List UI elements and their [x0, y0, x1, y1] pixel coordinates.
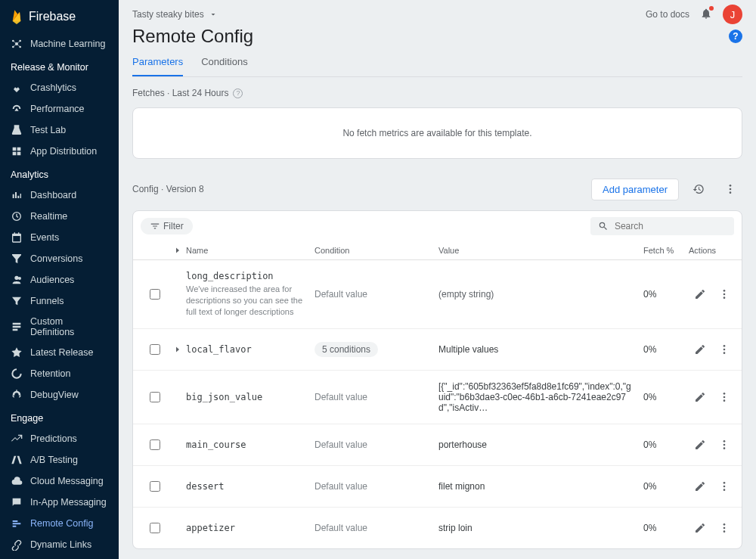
- row-more-button[interactable]: [714, 284, 734, 304]
- sidebar-item-realtime[interactable]: Realtime: [0, 206, 119, 227]
- sidebar-item-latest-release[interactable]: Latest Release: [0, 342, 119, 363]
- chevron-right-icon: [173, 345, 182, 354]
- app-distribution-icon: [11, 145, 23, 157]
- sidebar-item-test-lab[interactable]: Test Lab: [0, 120, 119, 141]
- svg-point-26: [723, 523, 726, 526]
- search-icon: [598, 220, 609, 232]
- edit-button[interactable]: [690, 435, 710, 455]
- topbar: Tasty steaky bites Go to docs J: [119, 0, 756, 23]
- sidebar-item-cloud-messaging[interactable]: Cloud Messaging: [0, 470, 119, 492]
- notifications-button[interactable]: [700, 8, 712, 22]
- table-row[interactable]: big_json_valueDefault value[{"_id":"605b…: [133, 371, 742, 424]
- brand-label: Firebase: [29, 10, 76, 23]
- row-more-button[interactable]: [714, 477, 734, 496]
- test-lab-icon: [11, 124, 23, 136]
- sidebar-item-label: Predictions: [30, 433, 77, 444]
- svg-point-12: [723, 293, 726, 295]
- sidebar-item-admob[interactable]: AdMob: [0, 555, 119, 559]
- sidebar-item-dashboard[interactable]: Dashboard: [0, 185, 119, 206]
- row-checkbox[interactable]: [150, 523, 160, 533]
- table-row[interactable]: appetizerDefault valuestrip loin0%: [133, 508, 742, 548]
- info-icon[interactable]: ?: [233, 89, 243, 98]
- search-input[interactable]: [615, 221, 727, 231]
- table-row[interactable]: long_descriptionWe've increased the area…: [133, 260, 742, 329]
- sidebar-item-audiences[interactable]: Audiences: [0, 269, 119, 290]
- row-checkbox[interactable]: [150, 289, 160, 300]
- tab-conditions[interactable]: Conditions: [201, 56, 247, 76]
- sidebar-item-app-distribution[interactable]: App Distribution: [0, 141, 119, 162]
- edit-button[interactable]: [690, 387, 710, 407]
- svg-point-8: [730, 185, 732, 187]
- row-more-button[interactable]: [714, 435, 734, 455]
- row-checkbox[interactable]: [150, 481, 160, 492]
- sidebar-item-custom-definitions[interactable]: Custom Definitions: [0, 312, 119, 342]
- more-vert-icon: [724, 183, 736, 195]
- header-fetch[interactable]: Fetch %: [643, 246, 689, 255]
- svg-point-27: [723, 526, 726, 529]
- filter-button[interactable]: Filter: [141, 218, 193, 234]
- svg-point-18: [723, 396, 726, 398]
- audiences-icon: [11, 274, 23, 286]
- firebase-logo-icon: [11, 9, 23, 24]
- sidebar-item-retention[interactable]: Retention: [0, 363, 119, 384]
- row-more-button[interactable]: [714, 518, 734, 538]
- table-row[interactable]: local_flavor5 conditionsMultiple values0…: [133, 329, 742, 371]
- sidebar-item-in-app-messaging[interactable]: In-App Messaging: [0, 492, 119, 513]
- sidebar-section-release[interactable]: Release & Monitor: [0, 54, 119, 77]
- sidebar-item-remote-config[interactable]: Remote Config: [0, 513, 119, 534]
- search-box[interactable]: [590, 217, 734, 235]
- expand-row-button[interactable]: [169, 345, 186, 354]
- sidebar-item-events[interactable]: Events: [0, 227, 119, 248]
- header-condition[interactable]: Condition: [314, 246, 438, 255]
- svg-point-25: [723, 489, 726, 491]
- edit-button[interactable]: [690, 518, 710, 538]
- row-more-button[interactable]: [714, 387, 734, 407]
- header-name[interactable]: Name: [186, 246, 314, 255]
- row-checkbox[interactable]: [150, 344, 160, 355]
- sidebar-item-predictions[interactable]: Predictions: [0, 428, 119, 449]
- sidebar-section-analytics[interactable]: Analytics: [0, 162, 119, 185]
- history-button[interactable]: [686, 177, 711, 201]
- more-button[interactable]: [718, 177, 742, 201]
- pencil-icon: [694, 522, 706, 534]
- ml-icon: [11, 38, 23, 50]
- performance-icon: [11, 103, 23, 115]
- dynamic-links-icon: [11, 539, 23, 551]
- user-avatar[interactable]: J: [723, 5, 742, 24]
- header-value[interactable]: Value: [438, 246, 643, 255]
- add-parameter-button[interactable]: Add parameter: [591, 179, 679, 200]
- param-name: long_description: [186, 271, 314, 281]
- edit-button[interactable]: [690, 477, 710, 496]
- sidebar-item-machine-learning[interactable]: Machine Learning: [0, 33, 119, 54]
- sidebar-item-label: In-App Messaging: [30, 497, 107, 508]
- brand[interactable]: Firebase: [0, 0, 119, 33]
- tab-parameters[interactable]: Parameters: [132, 56, 183, 76]
- sidebar-item-performance[interactable]: Performance: [0, 98, 119, 120]
- sidebar-item-debugview[interactable]: DebugView: [0, 384, 119, 405]
- content-area: Fetches · Last 24 Hours ? No fetch metri…: [119, 77, 756, 559]
- row-checkbox[interactable]: [150, 392, 160, 402]
- svg-point-19: [723, 399, 726, 402]
- expand-all-button[interactable]: [169, 246, 186, 255]
- row-more-button[interactable]: [714, 340, 734, 359]
- row-checkbox[interactable]: [150, 439, 160, 450]
- condition-text: Default value: [314, 481, 367, 492]
- sidebar-section-engage[interactable]: Engage: [0, 405, 119, 428]
- help-button[interactable]: ?: [729, 30, 742, 43]
- sidebar-item-a-b-testing[interactable]: A/B Testing: [0, 449, 119, 470]
- sidebar-item-dynamic-links[interactable]: Dynamic Links: [0, 534, 119, 555]
- project-selector[interactable]: Tasty steaky bites: [132, 9, 218, 20]
- sidebar-item-conversions[interactable]: Conversions: [0, 248, 119, 269]
- table-row[interactable]: dessertDefault valuefilet mignon0%: [133, 466, 742, 508]
- svg-point-24: [723, 485, 726, 487]
- edit-button[interactable]: [690, 284, 710, 304]
- condition-chip[interactable]: 5 conditions: [314, 342, 378, 357]
- table-row[interactable]: main_courseDefault valueporterhouse0%: [133, 424, 742, 466]
- go-to-docs-link[interactable]: Go to docs: [646, 9, 689, 20]
- sidebar-item-funnels[interactable]: Funnels: [0, 290, 119, 312]
- sidebar-item-crashlytics[interactable]: Crashlytics: [0, 77, 119, 98]
- edit-button[interactable]: [690, 340, 710, 359]
- conversions-icon: [11, 253, 23, 265]
- sidebar-item-label: Crashlytics: [30, 82, 76, 93]
- config-bar: Config · Version 8 Add parameter: [132, 177, 742, 201]
